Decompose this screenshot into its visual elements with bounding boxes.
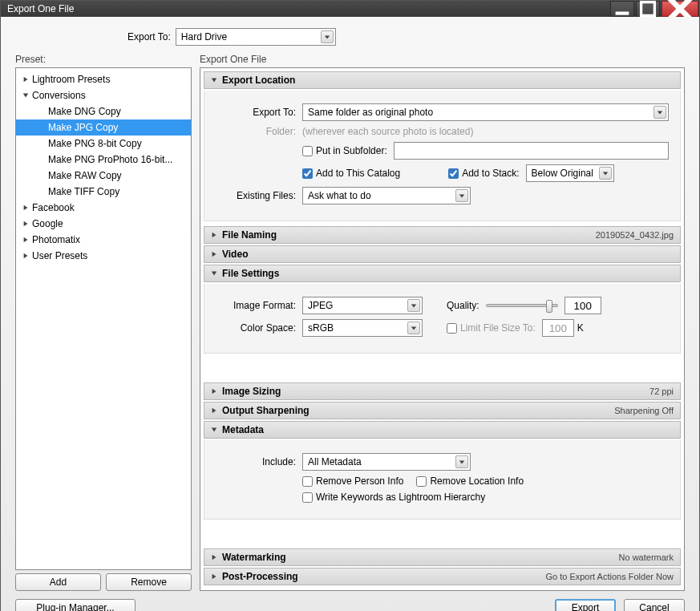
section-post-processing[interactable]: Post-Processing Go to Export Actions Fol… bbox=[204, 568, 681, 585]
subfolder-input[interactable] bbox=[394, 142, 669, 160]
section-image-sizing[interactable]: Image Sizing 72 ppi bbox=[204, 382, 681, 400]
preset-label: Preset: bbox=[15, 54, 192, 65]
section-watermarking[interactable]: Watermarking No watermark bbox=[204, 548, 681, 566]
preset-group[interactable]: Photomatix bbox=[16, 232, 191, 248]
quality-input[interactable] bbox=[564, 297, 601, 314]
remove-preset-button[interactable]: Remove bbox=[106, 573, 192, 591]
chevron-down-icon bbox=[321, 30, 334, 43]
preset-group-label: User Presets bbox=[32, 250, 87, 261]
slider-thumb-icon[interactable] bbox=[546, 300, 552, 313]
triangle-right-icon bbox=[21, 253, 30, 259]
triangle-right-icon bbox=[21, 221, 30, 227]
right-header: Export One File bbox=[200, 54, 685, 65]
svg-marker-16 bbox=[212, 252, 216, 257]
preset-item[interactable]: Make RAW Copy bbox=[16, 168, 191, 184]
limit-size-checkbox[interactable] bbox=[447, 323, 457, 334]
export-to-combo[interactable]: Hard Drive bbox=[176, 28, 336, 46]
settings-panel[interactable]: Export Location Export To: Same folder a… bbox=[200, 67, 685, 591]
svg-marker-11 bbox=[212, 79, 216, 83]
preset-group[interactable]: Conversions bbox=[16, 87, 191, 103]
preset-item[interactable]: Make PNG 8-bit Copy bbox=[16, 136, 191, 152]
triangle-right-icon bbox=[211, 573, 217, 580]
triangle-right-icon bbox=[211, 232, 217, 238]
triangle-right-icon bbox=[211, 554, 217, 560]
plugin-manager-button[interactable]: Plug-in Manager... bbox=[15, 599, 136, 611]
export-to-value: Hard Drive bbox=[181, 31, 227, 42]
svg-marker-21 bbox=[212, 408, 216, 413]
remove-location-checkbox[interactable] bbox=[416, 476, 427, 487]
section-video[interactable]: Video bbox=[204, 245, 681, 263]
remove-person-checkbox[interactable] bbox=[302, 476, 313, 487]
svg-marker-14 bbox=[459, 194, 464, 197]
preset-group[interactable]: Facebook bbox=[16, 200, 191, 216]
triangle-down-icon bbox=[21, 92, 30, 99]
section-export-location[interactable]: Export Location bbox=[204, 71, 681, 89]
svg-rect-1 bbox=[641, 2, 655, 16]
chevron-down-icon bbox=[407, 322, 420, 334]
minimize-button[interactable] bbox=[610, 1, 634, 17]
preset-group[interactable]: Google bbox=[16, 216, 191, 232]
section-file-naming[interactable]: File Naming 20190524_0432.jpg bbox=[204, 226, 681, 244]
preset-group[interactable]: Lightroom Presets bbox=[16, 71, 191, 87]
preset-tree[interactable]: Lightroom PresetsConversionsMake DNG Cop… bbox=[15, 67, 192, 570]
metadata-body: Include: All Metadata Remove Person Info… bbox=[204, 440, 681, 520]
export-location-combo[interactable]: Same folder as original photo bbox=[302, 103, 669, 121]
image-format-combo[interactable]: JPEG bbox=[302, 297, 423, 314]
export-location-body: Export To: Same folder as original photo… bbox=[204, 91, 681, 221]
add-preset-button[interactable]: Add bbox=[15, 573, 101, 591]
preset-group-label: Google bbox=[32, 218, 63, 229]
svg-marker-18 bbox=[411, 304, 416, 307]
preset-item[interactable]: Make DNG Copy bbox=[16, 103, 191, 119]
triangle-right-icon bbox=[21, 204, 30, 211]
triangle-down-icon bbox=[211, 270, 217, 277]
svg-marker-22 bbox=[212, 428, 216, 432]
svg-marker-25 bbox=[212, 574, 216, 579]
section-metadata[interactable]: Metadata bbox=[204, 421, 681, 439]
preset-group-label: Lightroom Presets bbox=[32, 74, 110, 85]
section-file-settings[interactable]: File Settings bbox=[204, 265, 681, 282]
existing-files-combo[interactable]: Ask what to do bbox=[302, 187, 471, 204]
svg-marker-9 bbox=[24, 237, 28, 242]
chevron-down-icon bbox=[455, 189, 468, 202]
triangle-right-icon bbox=[21, 76, 30, 83]
svg-marker-17 bbox=[212, 272, 216, 276]
svg-marker-7 bbox=[24, 205, 28, 210]
svg-marker-15 bbox=[212, 233, 216, 237]
maximize-button[interactable] bbox=[636, 1, 660, 17]
preset-item[interactable]: Make TIFF Copy bbox=[16, 184, 191, 200]
cancel-button[interactable]: Cancel bbox=[624, 599, 685, 611]
close-button[interactable] bbox=[662, 1, 698, 17]
metadata-include-combo[interactable]: All Metadata bbox=[302, 453, 471, 471]
svg-marker-6 bbox=[23, 94, 28, 98]
svg-marker-8 bbox=[24, 221, 28, 226]
svg-marker-23 bbox=[459, 460, 464, 463]
svg-marker-5 bbox=[24, 77, 28, 82]
preset-group-label: Facebook bbox=[32, 202, 75, 213]
svg-marker-13 bbox=[602, 172, 607, 175]
add-stack-checkbox[interactable] bbox=[448, 168, 459, 179]
subfolder-checkbox[interactable] bbox=[302, 146, 313, 156]
triangle-down-icon bbox=[211, 427, 217, 433]
add-catalog-checkbox[interactable] bbox=[302, 168, 313, 179]
color-space-combo[interactable]: sRGB bbox=[302, 319, 423, 337]
write-keywords-checkbox[interactable] bbox=[302, 492, 313, 503]
triangle-right-icon bbox=[21, 237, 30, 243]
preset-group[interactable]: User Presets bbox=[16, 248, 191, 264]
window-title: Export One File bbox=[7, 3, 74, 14]
triangle-right-icon bbox=[211, 388, 217, 395]
preset-item[interactable]: Make JPG Copy bbox=[16, 119, 191, 136]
svg-marker-12 bbox=[658, 111, 662, 114]
svg-marker-19 bbox=[411, 326, 416, 330]
svg-marker-24 bbox=[212, 555, 216, 560]
limit-size-input[interactable] bbox=[542, 319, 574, 337]
section-output-sharpening[interactable]: Output Sharpening Sharpening Off bbox=[204, 402, 681, 419]
export-to-label: Export To: bbox=[127, 31, 171, 42]
preset-item[interactable]: Make PNG ProPhoto 16-bit... bbox=[16, 152, 191, 168]
quality-slider[interactable] bbox=[486, 304, 558, 307]
stack-position-combo[interactable]: Below Original bbox=[526, 164, 614, 182]
export-button[interactable]: Export bbox=[555, 599, 616, 611]
svg-marker-4 bbox=[325, 35, 330, 38]
triangle-down-icon bbox=[211, 77, 217, 83]
file-settings-body: Image Format: JPEG Quality: Color Spac bbox=[204, 284, 681, 354]
titlebar: Export One File bbox=[1, 1, 699, 17]
